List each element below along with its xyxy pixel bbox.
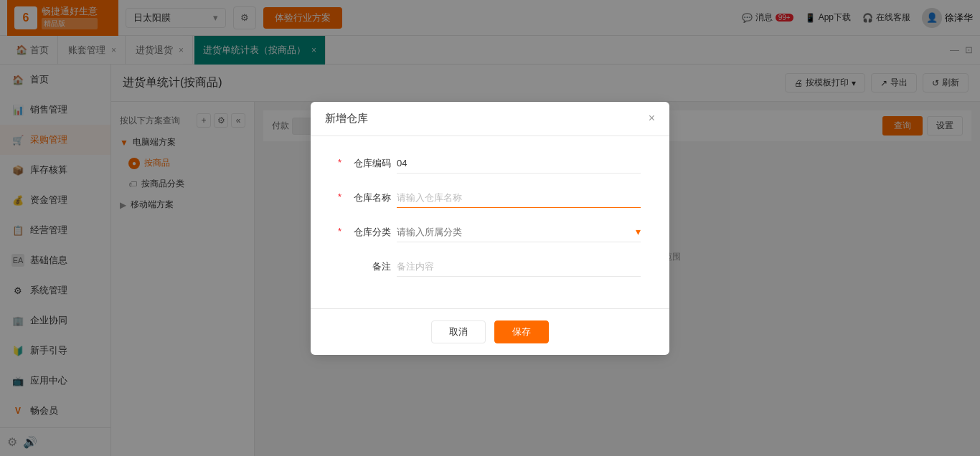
name-label: 仓库名称	[339, 191, 397, 204]
modal-overlay: 新增仓库 × 仓库编码 仓库名称 仓库分类 ▾	[0, 0, 980, 456]
form-item-code: 仓库编码	[339, 153, 641, 174]
code-input[interactable]	[397, 153, 641, 174]
category-input[interactable]	[397, 222, 636, 242]
form-item-category: 仓库分类 ▾	[339, 222, 641, 242]
note-label: 备注	[339, 260, 397, 273]
add-warehouse-modal: 新增仓库 × 仓库编码 仓库名称 仓库分类 ▾	[311, 102, 669, 355]
modal-close-button[interactable]: ×	[649, 112, 655, 125]
modal-header: 新增仓库 ×	[311, 102, 669, 136]
form-item-name: 仓库名称	[339, 188, 641, 208]
category-label: 仓库分类	[339, 226, 397, 239]
cancel-button[interactable]: 取消	[431, 320, 486, 343]
save-button[interactable]: 保存	[494, 320, 549, 343]
code-label: 仓库编码	[339, 157, 397, 170]
category-select-wrapper: ▾	[397, 222, 641, 242]
modal-footer: 取消 保存	[311, 308, 669, 355]
note-input[interactable]	[397, 257, 641, 277]
modal-body: 仓库编码 仓库名称 仓库分类 ▾ 备注	[311, 136, 669, 308]
name-input[interactable]	[397, 188, 641, 208]
form-item-note: 备注	[339, 257, 641, 277]
category-dropdown-icon[interactable]: ▾	[636, 226, 641, 237]
modal-title: 新增仓库	[325, 112, 368, 125]
